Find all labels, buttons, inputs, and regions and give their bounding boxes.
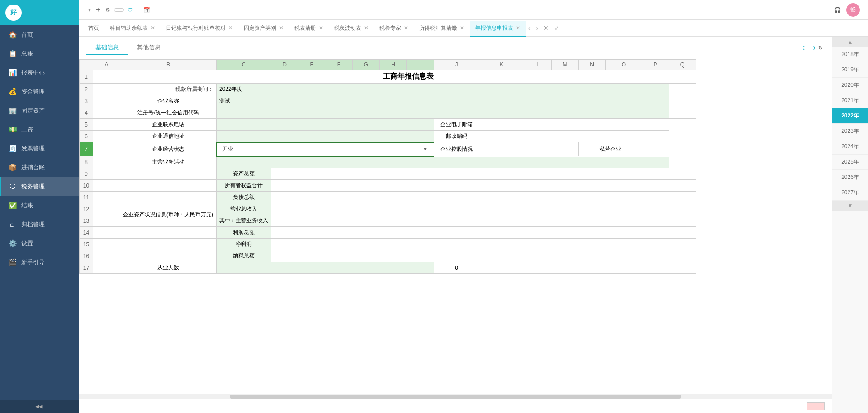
cell-6C[interactable] — [217, 131, 434, 142]
sidebar-item-工资[interactable]: 💵工资 — [0, 120, 79, 139]
service-btn[interactable]: 🎧 — [834, 7, 843, 13]
cell-17J[interactable]: 0 — [434, 262, 479, 274]
cell-13A[interactable] — [93, 215, 120, 227]
year-item-2022年[interactable]: 2022年 — [832, 108, 868, 124]
tab-close-3[interactable]: ✕ — [279, 25, 283, 31]
cell-14B[interactable] — [120, 227, 217, 239]
add-tab-btn[interactable]: ＋ — [94, 5, 102, 14]
tab-item-1[interactable]: 科目辅助余额表✕ — [104, 21, 160, 37]
year-item-2027年[interactable]: 2027年 — [832, 185, 868, 201]
expand-icon[interactable]: ⤢ — [552, 23, 561, 33]
year-item-2025年[interactable]: 2025年 — [832, 155, 868, 170]
cell-12A[interactable] — [93, 203, 120, 215]
cell-9A[interactable] — [93, 168, 120, 180]
cell-7J[interactable]: 企业控股情况 — [434, 142, 479, 156]
cell-6A[interactable] — [93, 131, 120, 142]
cell-3A[interactable] — [93, 95, 120, 107]
year-item-2021年[interactable]: 2021年 — [832, 93, 868, 108]
tab-scroll-left-btn[interactable]: ‹ — [526, 23, 533, 33]
tab-item-2[interactable]: 日记账与银行对账单核对✕ — [160, 21, 238, 37]
cell-4C[interactable] — [217, 107, 669, 119]
tab-item-8[interactable]: 年报信息申报表✕ — [470, 21, 526, 37]
year-nav-down-btn[interactable]: ▼ — [832, 201, 868, 211]
cell-5A[interactable] — [93, 119, 120, 131]
year-item-2023年[interactable]: 2023年 — [832, 124, 868, 139]
cell-10Q[interactable] — [669, 180, 696, 192]
cell-6J[interactable]: 邮政编码 — [434, 131, 479, 142]
cell-15A[interactable] — [93, 239, 120, 250]
cell-7K[interactable] — [479, 142, 579, 156]
cell-10C[interactable]: 所有者权益合计 — [217, 180, 271, 192]
user-menu[interactable]: 畅 — [846, 3, 863, 17]
cell-4Q[interactable] — [669, 107, 696, 119]
cell-15D[interactable] — [271, 239, 669, 250]
tab-item-3[interactable]: 固定资产类别✕ — [238, 21, 289, 37]
cell-14A[interactable] — [93, 227, 120, 239]
sidebar-item-发票管理[interactable]: 🧾发票管理 — [0, 139, 79, 158]
tab-close-2[interactable]: ✕ — [228, 25, 233, 31]
cell-9B[interactable] — [120, 168, 217, 180]
cell-6K[interactable] — [479, 131, 642, 142]
sidebar-collapse-btn[interactable]: ◀◀ — [0, 400, 79, 413]
old-version-btn[interactable] — [114, 8, 124, 12]
cell-15B[interactable] — [120, 239, 217, 250]
spreadsheet-grid-container[interactable]: A B C D E F G H I J K L M — [79, 59, 832, 394]
cell-6Q[interactable] — [642, 131, 669, 142]
cell-17A[interactable] — [93, 262, 120, 274]
year-nav-up-btn[interactable]: ▲ — [832, 37, 868, 47]
cell-5Q[interactable] — [642, 119, 669, 131]
cell-14C[interactable]: 利润总额 — [217, 227, 271, 239]
refresh-btn[interactable]: ↻ — [818, 45, 825, 51]
scrollbar-thumb[interactable] — [230, 395, 681, 399]
cell-9Q[interactable] — [669, 168, 696, 180]
tab-scroll-right-btn[interactable]: › — [533, 23, 541, 33]
cell-5C[interactable] — [217, 119, 434, 131]
cell-17K[interactable] — [479, 262, 669, 274]
cell-5B[interactable]: 企业联系电话 — [120, 119, 217, 131]
year-item-2019年[interactable]: 2019年 — [832, 62, 868, 78]
reset-report-btn[interactable] — [803, 46, 815, 50]
cell-1A[interactable] — [93, 70, 120, 84]
sidebar-item-资金管理[interactable]: 💰资金管理 — [0, 82, 79, 101]
cell-5J[interactable]: 企业电子邮箱 — [434, 119, 479, 131]
sheet-tab-1[interactable]: 其他信息 — [128, 41, 170, 55]
horizontal-scrollbar[interactable] — [79, 394, 832, 399]
year-item-2026年[interactable]: 2026年 — [832, 170, 868, 185]
cell-13Q[interactable] — [669, 215, 696, 227]
tab-item-5[interactable]: 税负波动表✕ — [329, 21, 374, 37]
cell-2C[interactable]: 2022年度 — [217, 84, 669, 95]
cell-16A[interactable] — [93, 250, 120, 262]
tab-close-6[interactable]: ✕ — [404, 25, 408, 31]
cell-9C[interactable]: 资产总额 — [217, 168, 271, 180]
cell-11Q[interactable] — [669, 192, 696, 203]
year-item-2020年[interactable]: 2020年 — [832, 78, 868, 93]
cell-10B[interactable] — [120, 180, 217, 192]
tab-item-7[interactable]: 所得税汇算清缴✕ — [414, 21, 470, 37]
cell-17Q[interactable] — [669, 262, 696, 274]
cell-12D[interactable] — [271, 203, 669, 215]
cell-7A[interactable] — [93, 142, 120, 156]
tab-close-8[interactable]: ✕ — [516, 25, 520, 31]
cell-16B[interactable] — [120, 250, 217, 262]
cell-4A[interactable] — [93, 107, 120, 119]
cell-10D[interactable] — [271, 180, 669, 192]
cell-2Q[interactable] — [669, 84, 696, 95]
cell-3B[interactable]: 企业名称 — [120, 95, 217, 107]
cell-5K[interactable] — [479, 119, 642, 131]
close-all-tabs-btn[interactable]: ✕ — [541, 23, 552, 33]
cell-16D[interactable] — [271, 250, 669, 262]
sheet-tab-0[interactable]: 基础信息 — [86, 41, 128, 55]
cell-9D[interactable] — [271, 168, 669, 180]
sidebar-item-税务管理[interactable]: 🛡税务管理 — [0, 177, 79, 196]
cell-11D[interactable] — [271, 192, 669, 203]
cell-7C-dropdown[interactable]: 开业 ▼ — [217, 142, 434, 156]
sidebar-item-设置[interactable]: ⚙️设置 — [0, 234, 79, 253]
calendar-icon[interactable]: 📅 — [143, 7, 150, 13]
tab-close-5[interactable]: ✕ — [364, 25, 368, 31]
cell-12Q[interactable] — [669, 203, 696, 215]
cell-3Q[interactable] — [669, 95, 696, 107]
cell-8C[interactable] — [217, 156, 669, 168]
cell-7Q[interactable] — [642, 142, 669, 156]
cell-17C[interactable] — [217, 262, 434, 274]
sidebar-item-结账[interactable]: ✅结账 — [0, 196, 79, 215]
